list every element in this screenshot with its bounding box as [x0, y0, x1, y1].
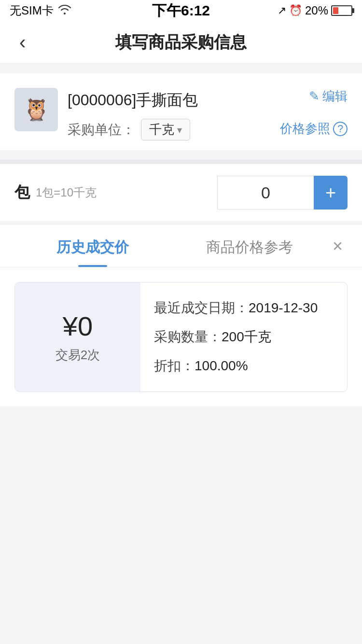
price-amount: 0 — [78, 311, 93, 341]
tab-product-price-ref[interactable]: 商品价格参考 — [171, 225, 327, 267]
price-big: ¥0 — [63, 310, 93, 342]
product-header: 🦉 [0000006]手撕面包 采购单位： 千克 ▾ ✎ 编辑 价格参照 — [14, 88, 348, 140]
yen-symbol: ¥ — [63, 311, 78, 341]
status-time: 下午6:12 — [152, 1, 210, 21]
quantity-unit: 包 — [14, 182, 30, 203]
tab-history-price[interactable]: 历史成交价 — [14, 225, 171, 267]
product-left: 🦉 [0000006]手撕面包 采购单位： 千克 ▾ — [14, 88, 198, 140]
recent-date-label: 最近成交日期： — [154, 300, 249, 315]
purchase-qty-value: 200千克 — [222, 329, 271, 344]
discount-row: 折扣：100.00% — [154, 356, 334, 376]
history-price-content: ¥0 交易2次 最近成交日期：2019-12-30 采购数量：200千克 折扣：… — [0, 267, 362, 406]
product-unit-row: 采购单位： 千克 ▾ — [68, 119, 198, 140]
purchase-qty-label: 采购数量： — [154, 329, 222, 344]
tab-history-price-label: 历史成交价 — [56, 239, 129, 255]
quantity-label: 包 1包=10千克 — [14, 182, 97, 203]
quantity-plus-button[interactable]: + — [314, 176, 348, 210]
price-trades: 交易2次 — [56, 347, 100, 364]
purchase-qty-row: 采购数量：200千克 — [154, 327, 334, 347]
help-icon: ? — [333, 122, 348, 136]
unit-label: 采购单位： — [68, 121, 135, 139]
tab-product-price-ref-label: 商品价格参考 — [206, 239, 293, 255]
price-ref-button[interactable]: 价格参照 ? — [280, 120, 348, 137]
page-title: 填写商品采购信息 — [115, 31, 247, 54]
tabs-row: 历史成交价 商品价格参考 × — [0, 225, 362, 267]
price-ref-label: 价格参照 — [280, 120, 330, 137]
back-button[interactable]: ‹ — [14, 27, 30, 58]
status-bar: 无SIM卡 下午6:12 ↗ ⏰ 20% — [0, 0, 362, 21]
discount-label: 折扣： — [154, 358, 195, 373]
edit-icon: ✎ — [309, 89, 320, 104]
price-card-right: 最近成交日期：2019-12-30 采购数量：200千克 折扣：100.00% — [140, 282, 347, 392]
edit-button[interactable]: ✎ 编辑 — [309, 88, 348, 105]
tab-panel: 历史成交价 商品价格参考 × ¥0 交易2次 最近成交日期：2019-12-30… — [0, 225, 362, 406]
quantity-control: 0 + — [217, 176, 348, 210]
quantity-value: 0 — [261, 183, 270, 202]
unit-value: 千克 — [149, 121, 174, 138]
price-card: ¥0 交易2次 最近成交日期：2019-12-30 采购数量：200千克 折扣：… — [14, 282, 348, 392]
discount-value: 100.00% — [195, 358, 248, 373]
battery-percent: 20% — [305, 4, 328, 17]
wifi-icon — [57, 4, 72, 17]
chevron-down-icon: ▾ — [177, 124, 182, 136]
carrier-label: 无SIM卡 — [10, 3, 54, 18]
battery-icon — [331, 5, 352, 16]
main-body — [0, 406, 362, 644]
alarm-icon: ⏰ — [289, 4, 302, 17]
status-right: ↗ ⏰ 20% — [278, 4, 352, 17]
quantity-input[interactable]: 0 — [217, 176, 314, 210]
product-image-icon: 🦉 — [23, 97, 50, 122]
product-right: ✎ 编辑 价格参照 ? — [280, 88, 348, 137]
plus-icon: + — [325, 182, 336, 203]
unit-select-button[interactable]: 千克 ▾ — [141, 119, 190, 140]
quantity-row: 包 1包=10千克 0 + — [0, 164, 362, 221]
quantity-conversion: 1包=10千克 — [36, 185, 97, 200]
product-name: [0000006]手撕面包 — [68, 90, 198, 111]
edit-label: 编辑 — [322, 88, 348, 105]
product-card: 🦉 [0000006]手撕面包 采购单位： 千克 ▾ ✎ 编辑 价格参照 — [0, 73, 362, 150]
price-card-left: ¥0 交易2次 — [15, 282, 140, 392]
section-divider — [0, 160, 362, 164]
nav-bar: ‹ 填写商品采购信息 — [0, 21, 362, 64]
status-left: 无SIM卡 — [10, 3, 72, 18]
location-icon: ↗ — [278, 4, 286, 17]
product-thumbnail: 🦉 — [14, 88, 58, 131]
recent-date-value: 2019-12-30 — [249, 300, 318, 315]
product-info: [0000006]手撕面包 采购单位： 千克 ▾ — [68, 88, 198, 140]
recent-date-row: 最近成交日期：2019-12-30 — [154, 298, 334, 318]
tab-close-button[interactable]: × — [328, 231, 348, 261]
